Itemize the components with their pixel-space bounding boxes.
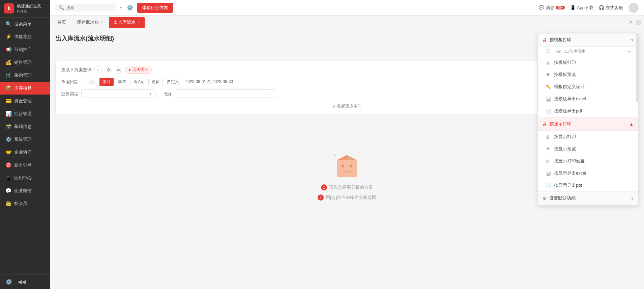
sidebar-item-label: 搜索菜单	[14, 21, 32, 27]
template-excel-item[interactable]: 📊 按模板导出excel	[538, 93, 638, 105]
template-print-item[interactable]: 🖨 按模板打印	[538, 56, 638, 69]
date-btn-7days[interactable]: 近7天	[130, 78, 147, 86]
footer-settings-icon[interactable]: ⚙️	[5, 279, 12, 285]
user-avatar[interactable]	[628, 3, 639, 13]
sidebar-item-base[interactable]: 🗃️ 基础信息	[0, 120, 50, 133]
template-print-section-header[interactable]: 🖨 按模板打印 ▾	[538, 33, 638, 47]
dropdown-scrollbar[interactable]	[636, 33, 638, 205]
display-preview-item[interactable]: 👁 按显示预览	[538, 143, 638, 155]
date-btn-last-month[interactable]: 上月	[84, 78, 98, 86]
online-service-btn[interactable]: 🎧 在线客服	[599, 5, 623, 11]
date-filter-label: 单据日期	[61, 79, 79, 85]
topbar-search-box[interactable]: 🔍	[55, 4, 116, 11]
display-print-chevron: ▲	[629, 122, 634, 127]
tab-inventory-batch[interactable]: 库存批次账 ×	[72, 17, 108, 28]
topbar-search-input[interactable]	[66, 5, 107, 10]
current-chevron: ▾	[628, 49, 630, 54]
set-default-section-header[interactable]: ⚙ 设置默认功能 ▾	[538, 192, 638, 205]
system-icon: ⚙️	[5, 136, 11, 142]
finance-icon: 💳	[5, 98, 11, 104]
tab-close-btn[interactable]: ✕	[628, 19, 633, 25]
main-area: 🔍 ▾ ⚙️ 体验行业方案 💬 消息 99+ 📱 App下载 🎧 在线客服	[50, 0, 644, 289]
filter-collapse-btn[interactable]: ≪	[115, 66, 122, 74]
brand-info: 畅捷通好生意 标准版	[17, 3, 41, 14]
sidebar-item-operations[interactable]: 📊 经营管理	[0, 107, 50, 120]
template-custom-item[interactable]: ✏️ 模板自定义设计	[538, 81, 638, 93]
empty-icon: ✦ ✦	[330, 147, 364, 180]
tab-inout-flow-close[interactable]: ×	[138, 20, 140, 24]
date-btn-this-month[interactable]: 本月	[99, 78, 114, 86]
sidebar-item-guide[interactable]: 🎯 新手引导	[0, 159, 50, 172]
tab-maximize-btn[interactable]: ⬜	[636, 20, 641, 25]
filter-tag[interactable]: ● 流水明细	[125, 66, 152, 74]
sidebar-item-label: 快捷导航	[14, 34, 32, 40]
display-settings-icon: ⚙	[546, 159, 551, 164]
sidebar-footer: ⚙️ ◀◀	[0, 274, 50, 289]
sidebar-item-label: 企业微信	[14, 188, 32, 194]
app-download-label: App下载	[577, 5, 593, 11]
pdf-item-icon: 📄	[546, 109, 551, 114]
wechat-icon: 💬	[5, 188, 11, 194]
preview-item-label: 按模板预览	[554, 72, 576, 78]
sidebar-item-quick-nav[interactable]: ⚡ 快捷导航	[0, 30, 50, 43]
app-download-btn[interactable]: 📱 App下载	[570, 5, 593, 11]
tab-inventory-batch-close[interactable]: ×	[101, 20, 103, 24]
tab-home[interactable]: 首页	[53, 17, 71, 28]
display-print-settings-item[interactable]: ⚙ 按显示打印设置	[538, 155, 638, 167]
sidebar-item-finance[interactable]: 💳 资金管理	[0, 95, 50, 107]
business-type-select[interactable]: ▾	[81, 89, 155, 98]
template-preview-item[interactable]: 👁 按模板预览	[538, 69, 638, 81]
filter-tag-icon: ●	[128, 68, 131, 72]
collapse-more-btn[interactable]: ∧ 收起更多条件	[333, 103, 361, 109]
sidebar-item-enterprise[interactable]: 🤝 企业协同	[0, 146, 50, 159]
tab-inout-flow[interactable]: 出入库流水 ×	[109, 17, 144, 28]
sidebar-item-system[interactable]: ⚙️ 系统管理	[0, 133, 50, 146]
sidebar-item-wechat[interactable]: 💬 企业微信	[0, 184, 50, 197]
display-excel-icon: 📊	[546, 171, 551, 176]
message-btn[interactable]: 💬 消息 99+	[539, 5, 565, 11]
date-btn-custom[interactable]: 自定义	[164, 78, 182, 86]
template-pdf-item[interactable]: 📄 按模板导出pdf	[538, 105, 638, 117]
set-default-title: ⚙ 设置默认功能	[543, 195, 576, 201]
display-pdf-icon: 📄	[546, 183, 551, 188]
display-excel-item[interactable]: 📊 按显示导出excel	[538, 167, 638, 179]
sidebar-item-inventory[interactable]: 📦 库存核算	[0, 82, 50, 95]
set-default-chevron: ▾	[631, 196, 634, 201]
enterprise-icon: 🤝	[5, 149, 11, 155]
warehouse-label: 仓库	[164, 91, 172, 97]
footer-collapse-icon[interactable]: ◀◀	[18, 279, 26, 285]
date-btn-more[interactable]: 更多	[148, 78, 163, 86]
warehouse-more-btn[interactable]: ...	[269, 91, 272, 96]
display-pdf-label: 按显示导出pdf	[554, 182, 582, 188]
sidebar-item-marketing[interactable]: 📢 营销推广	[0, 43, 50, 56]
display-print-item[interactable]: 🖨 按显示打印	[538, 131, 638, 143]
filter-add-btn[interactable]: +	[94, 66, 102, 74]
sidebar-item-sales[interactable]: 💰 销售管理	[0, 56, 50, 69]
display-print-section-header[interactable]: 🖨 按显示打印 ▲	[538, 117, 638, 131]
appstore-icon: 📱	[5, 175, 11, 181]
guide-icon: 🎯	[5, 162, 11, 168]
sidebar-item-search-menu[interactable]: 🔍 搜索菜单	[0, 18, 50, 30]
display-pdf-item[interactable]: 📄 按显示导出pdf	[538, 179, 638, 191]
current-icon: 📄	[546, 49, 551, 54]
topbar-settings-icon[interactable]: ⚙️	[126, 4, 133, 11]
online-service-label: 在线客服	[606, 5, 623, 11]
date-btn-this-year[interactable]: 本年	[115, 78, 129, 86]
svg-marker-2	[347, 155, 357, 160]
phone-icon: 📱	[570, 5, 576, 10]
step-2-text: 用[选]条件来缩小分析范围	[326, 194, 376, 201]
sidebar-item-purchase[interactable]: 🛒 采购管理	[0, 69, 50, 82]
svg-marker-1	[337, 155, 347, 160]
date-filter-buttons: 上月 本月 本年 近7天 更多 自定义 2023-06-01 至 2023-06…	[84, 78, 233, 86]
sidebar-item-label: 应用中心	[14, 175, 32, 181]
print-item-icon: 🖨	[546, 60, 551, 65]
display-print-title: 🖨 按显示打印	[543, 121, 572, 127]
collapse-text: 收起更多条件	[337, 103, 361, 109]
filter-settings-btn[interactable]: ⚙	[105, 66, 112, 74]
sidebar-item-appstore[interactable]: 📱 应用中心	[0, 172, 50, 184]
sidebar-item-member[interactable]: 👑 畅会员	[0, 197, 50, 210]
step-1-num: 1	[321, 184, 327, 190]
warehouse-select[interactable]: ...	[175, 89, 276, 98]
sidebar-item-label: 营销推广	[14, 47, 32, 53]
industry-btn[interactable]: 体验行业方案	[137, 3, 173, 13]
